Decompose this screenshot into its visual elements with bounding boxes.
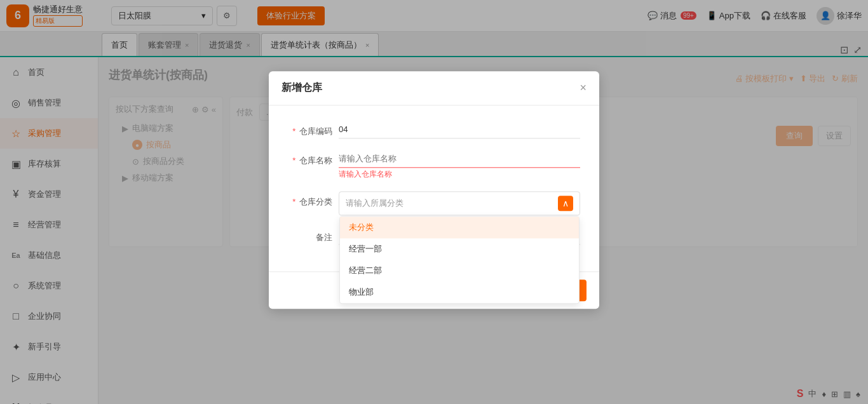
remark-label: 备注 xyxy=(288,227,339,243)
warehouse-code-row: * 仓库编码 xyxy=(288,121,580,138)
category-label: * 仓库分类 xyxy=(288,191,339,208)
warehouse-category-row: * 仓库分类 请输入所属分类 ∧ 未分类 经营一部 经营二部 物业部 xyxy=(288,191,580,215)
dialog-close-button[interactable]: × xyxy=(580,81,587,95)
add-warehouse-dialog: 新增仓库 × * 仓库编码 * 仓库名称 请输入仓库名称 xyxy=(269,71,599,309)
dropdown-option-uncategorized[interactable]: 未分类 xyxy=(340,217,579,238)
name-error-msg: 请输入仓库名称 xyxy=(339,169,580,180)
required-star-name: * xyxy=(292,156,295,165)
code-label: * 仓库编码 xyxy=(288,121,339,137)
dialog-header: 新增仓库 × xyxy=(269,71,599,105)
required-star-cat: * xyxy=(292,197,295,206)
dialog-body: * 仓库编码 * 仓库名称 请输入仓库名称 * 仓库分类 xyxy=(269,105,599,271)
required-star-code: * xyxy=(292,126,295,136)
warehouse-name-row: * 仓库名称 请输入仓库名称 xyxy=(288,150,580,180)
dropdown-option-dept1[interactable]: 经营一部 xyxy=(340,238,579,260)
dropdown-option-property[interactable]: 物业部 xyxy=(340,281,579,303)
category-dropdown[interactable]: 请输入所属分类 ∧ 未分类 经营一部 经营二部 物业部 xyxy=(339,191,580,215)
warehouse-code-input[interactable] xyxy=(339,121,580,138)
dialog-title: 新增仓库 xyxy=(281,81,322,95)
category-dropdown-menu: 未分类 经营一部 经营二部 物业部 xyxy=(339,216,580,304)
dropdown-option-dept2[interactable]: 经营二部 xyxy=(340,260,579,281)
dropdown-arrow-icon: ∧ xyxy=(558,196,573,211)
warehouse-name-input[interactable] xyxy=(339,150,580,168)
name-label: * 仓库名称 xyxy=(288,150,339,166)
category-placeholder: 请输入所属分类 xyxy=(346,198,403,209)
